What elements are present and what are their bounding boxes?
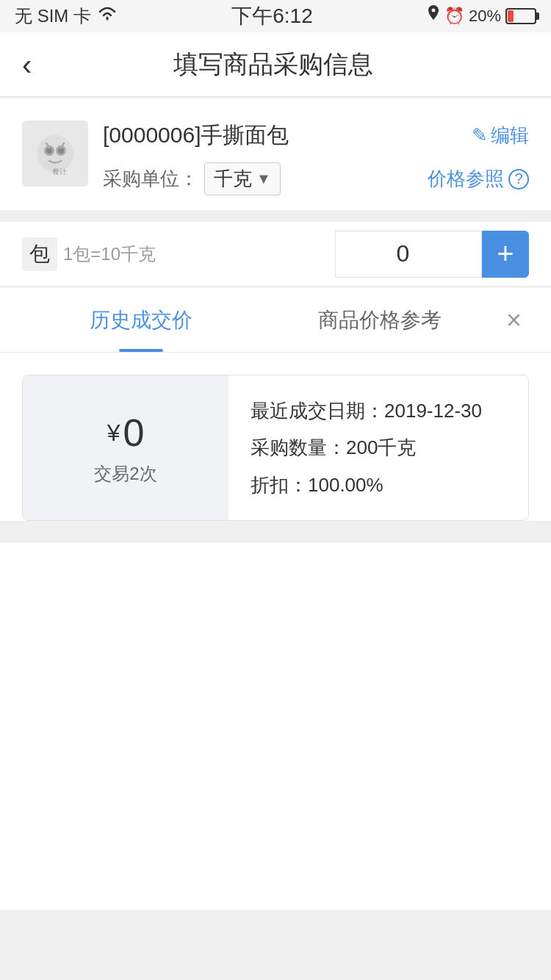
wifi-icon [97,6,118,26]
dropdown-arrow-icon: ▼ [256,170,271,187]
main-content-area [0,543,551,910]
product-info: [0000006]手撕面包 ✎ 编辑 采购单位： 千克 ▼ 价格参照 ? [103,120,529,195]
tabs-row: 历史成交价 商品价格参考 × [0,288,551,353]
transaction-date-line: 最近成交日期：2019-12-30 [251,397,506,424]
svg-point-0 [37,135,73,172]
currency-symbol: ¥ [107,419,120,447]
unit-label: 采购单位： [103,166,198,192]
svg-text:餐计: 餐计 [52,167,67,176]
quantity-control[interactable]: + [335,231,529,278]
panel-close-button[interactable]: × [499,305,529,336]
tab-history-price[interactable]: 历史成交价 [22,288,260,352]
unit-selector-group: 采购单位： 千克 ▼ [103,162,281,195]
section-divider [0,210,551,222]
qty-value: 200千克 [346,436,416,458]
status-time: 下午6:12 [231,2,313,30]
purchase-qty-line: 采购数量：200千克 [251,434,506,461]
product-row: 餐计 [0000006]手撕面包 ✎ 编辑 采购单位： 千克 ▼ [22,120,529,195]
product-name-row: [0000006]手撕面包 ✎ 编辑 [103,120,529,151]
location-icon [427,5,440,27]
battery-percent: 20% [469,7,501,26]
trade-count: 交易2次 [94,462,156,486]
discount-value: 100.00% [308,474,383,496]
alarm-icon: ⏰ [444,7,464,26]
transaction-card: ¥ 0 交易2次 最近成交日期：2019-12-30 采购数量：200千克 折扣… [22,375,529,521]
quantity-section: 包 1包=10千克 + [0,222,551,287]
page-title: 填写商品采购信息 [46,48,500,82]
price-panel: 历史成交价 商品价格参考 × ¥ 0 交易2次 最近成交日期：2019-12-3… [0,288,551,521]
product-thumbnail: 餐计 [22,120,88,187]
edit-button[interactable]: ✎ 编辑 [472,123,529,148]
status-bar: 无 SIM 卡 下午6:12 ⏰ 20% [0,0,551,32]
card-details-section: 最近成交日期：2019-12-30 采购数量：200千克 折扣：100.00% [228,375,528,520]
date-value: 2019-12-30 [384,400,482,422]
tab-history-label: 历史成交价 [90,306,192,334]
tab-price-reference[interactable]: 商品价格参考 [260,288,498,352]
qty-label: 采购数量： [251,436,346,458]
price-ref-help-icon: ? [508,169,529,190]
product-logo: 餐计 [33,131,77,176]
back-button[interactable]: ‹ [22,50,32,79]
carrier-text: 无 SIM 卡 [15,4,91,28]
product-section: 餐计 [0000006]手撕面包 ✎ 编辑 采购单位： 千克 ▼ [0,98,551,210]
tab-reference-label: 商品价格参考 [318,306,442,334]
price-display: ¥ 0 [107,411,145,455]
status-left: 无 SIM 卡 [15,4,118,28]
unit-select-dropdown[interactable]: 千克 ▼ [204,162,281,195]
date-label: 最近成交日期： [251,400,384,422]
unit-conversion: 1包=10千克 [63,242,156,266]
unit-badge: 包 [22,237,57,271]
quantity-input[interactable] [335,231,482,278]
price-reference-button[interactable]: 价格参照 ? [428,166,529,192]
discount-label: 折扣： [251,474,308,496]
battery-icon [505,8,536,24]
unit-info: 包 1包=10千克 [22,237,156,271]
status-right: ⏰ 20% [427,5,536,27]
card-price-section: ¥ 0 交易2次 [23,375,228,520]
discount-line: 折扣：100.00% [251,472,506,498]
price-value: 0 [123,411,144,455]
product-name: [0000006]手撕面包 [103,120,289,151]
unit-value: 千克 [214,166,252,192]
page-header: ‹ 填写商品采购信息 [0,32,551,97]
quantity-plus-button[interactable]: + [482,231,529,278]
edit-icon: ✎ [472,124,488,147]
price-ref-label: 价格参照 [428,166,504,192]
edit-label: 编辑 [491,123,529,148]
unit-row: 采购单位： 千克 ▼ 价格参照 ? [103,162,529,195]
